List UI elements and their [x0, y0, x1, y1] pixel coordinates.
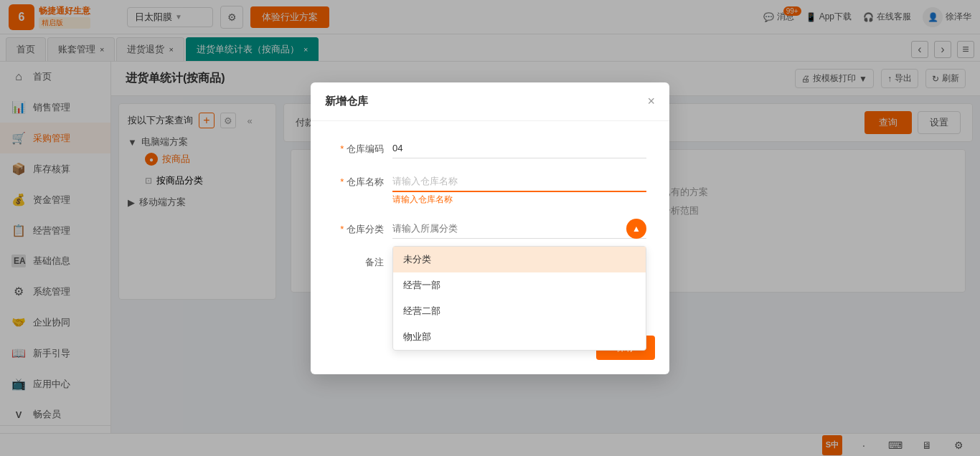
dropdown-item-ops1[interactable]: 经营一部 [393, 272, 646, 298]
dropdown-item-property[interactable]: 物业部 [393, 324, 646, 350]
name-field: 仓库名称 请输入仓库名称 [334, 171, 646, 206]
name-input-wrap: 请输入仓库名称 [392, 171, 646, 206]
dropdown-toggle[interactable]: ▲ [626, 219, 646, 239]
notes-label: 备注 [334, 252, 384, 269]
category-dropdown: 未分类 经营一部 经营二部 物业部 [392, 246, 646, 351]
category-label: 仓库分类 [334, 219, 384, 236]
category-input[interactable] [392, 219, 646, 239]
dropdown-item-unclassified[interactable]: 未分类 [393, 247, 646, 272]
code-input[interactable] [392, 138, 646, 158]
name-input[interactable] [392, 171, 646, 192]
modal-overlay: 新增仓库 × 仓库编码 仓库名称 请输入仓库名称 仓库分类 [0, 0, 980, 456]
modal-title: 新增仓库 [325, 95, 368, 108]
category-input-wrap: ▲ 未分类 经营一部 经营二部 物业部 [392, 219, 646, 239]
name-label: 仓库名称 [334, 171, 384, 189]
category-field: 仓库分类 ▲ 未分类 经营一部 经营二部 物业部 [334, 219, 646, 239]
code-label: 仓库编码 [334, 138, 384, 156]
modal-body: 仓库编码 仓库名称 请输入仓库名称 仓库分类 ▲ [311, 121, 669, 327]
close-icon[interactable]: × [647, 94, 655, 109]
name-error-msg: 请输入仓库名称 [392, 194, 646, 206]
code-field: 仓库编码 [334, 138, 646, 158]
code-input-wrap [392, 138, 646, 158]
modal-header: 新增仓库 × [311, 82, 669, 121]
dropdown-item-ops2[interactable]: 经营二部 [393, 298, 646, 324]
new-warehouse-modal: 新增仓库 × 仓库编码 仓库名称 请输入仓库名称 仓库分类 [311, 82, 669, 374]
